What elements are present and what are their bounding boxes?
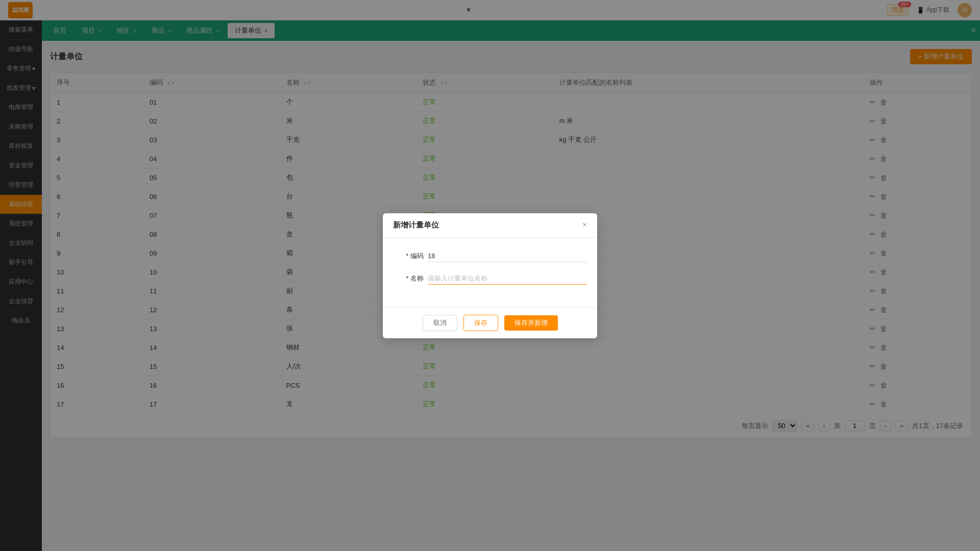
add-measure-unit-modal: 新增计量单位 × * 编码 * 名称 取消 保存 保存并新增 <box>383 213 597 338</box>
name-form-row: * 名称 <box>393 272 587 285</box>
modal-header: 新增计量单位 × <box>383 213 597 238</box>
modal-title: 新增计量单位 <box>393 220 439 230</box>
code-form-row: * 编码 <box>393 250 587 262</box>
modal-close-button[interactable]: × <box>582 220 587 230</box>
name-label: * 名称 <box>393 274 424 283</box>
save-and-new-button[interactable]: 保存并新增 <box>504 315 558 331</box>
code-input[interactable] <box>428 250 587 262</box>
cancel-button[interactable]: 取消 <box>423 315 457 331</box>
modal-body: * 编码 * 名称 <box>383 238 597 307</box>
modal-overlay[interactable]: 新增计量单位 × * 编码 * 名称 取消 保存 保存并新增 <box>0 0 980 551</box>
code-label: * 编码 <box>393 252 424 261</box>
modal-footer: 取消 保存 保存并新增 <box>383 307 597 338</box>
name-input[interactable] <box>428 272 587 285</box>
save-button[interactable]: 保存 <box>463 315 498 331</box>
